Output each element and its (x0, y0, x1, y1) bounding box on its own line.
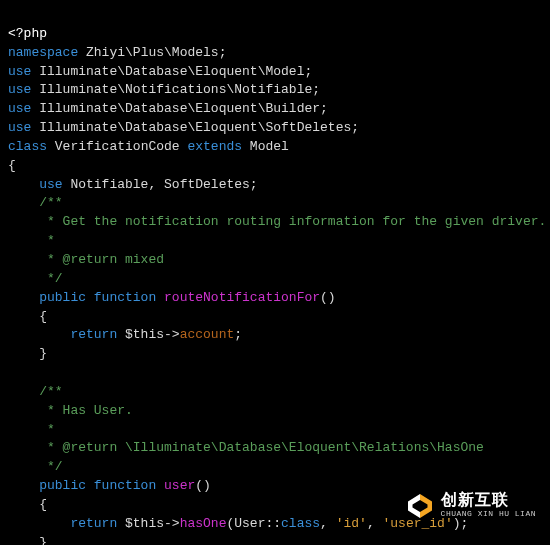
kw-use-trait: use (8, 177, 63, 192)
comma: , (367, 516, 383, 531)
this-arrow: $this-> (117, 516, 179, 531)
prop-account: account (180, 327, 235, 342)
brace-open: { (8, 497, 47, 512)
brace-open: { (8, 158, 16, 173)
semicolon: ; (234, 327, 242, 342)
kw-return: return (8, 516, 117, 531)
docblock-open: /** (8, 384, 63, 399)
use-model: Illuminate\Database\Eloquent\Model; (31, 64, 312, 79)
extends-name: Model (242, 139, 289, 154)
docblock-close: */ (8, 459, 63, 474)
parens: () (195, 478, 211, 493)
docblock-desc: * Has User. (8, 403, 133, 418)
docblock-close: */ (8, 271, 63, 286)
brace-close: } (8, 535, 47, 545)
kw-class-ref: class (281, 516, 320, 531)
use-builder: Illuminate\Database\Eloquent\Builder; (31, 101, 327, 116)
kw-namespace: namespace (8, 45, 78, 60)
paren-userclass: (User:: (226, 516, 281, 531)
watermark-logo: 创新互联 CHUANG XIN HU LIAN (405, 491, 536, 521)
kw-return: return (8, 327, 117, 342)
parens: () (320, 290, 336, 305)
kw-use: use (8, 101, 31, 116)
kw-use: use (8, 82, 31, 97)
docblock-star: * (8, 422, 55, 437)
comma: , (320, 516, 336, 531)
method-hasone: hasOne (180, 516, 227, 531)
kw-use: use (8, 64, 31, 79)
trait-names: Notifiable, SoftDeletes; (63, 177, 258, 192)
brace-open: { (8, 309, 47, 324)
kw-public: public (8, 478, 86, 493)
kw-function: function (86, 290, 156, 305)
php-open: <?php (8, 26, 47, 41)
kw-extends: extends (187, 139, 242, 154)
use-softdeletes: Illuminate\Database\Eloquent\SoftDeletes… (31, 120, 359, 135)
kw-class: class (8, 139, 47, 154)
brace-close: } (8, 346, 47, 361)
logo-text-en: CHUANG XIN HU LIAN (441, 510, 536, 519)
logo-icon (405, 491, 435, 521)
use-notifiable: Illuminate\Notifications\Notifiable; (31, 82, 320, 97)
code-block: <?php namespace Zhiyi\Plus\Models; use I… (0, 0, 550, 545)
method-routenotificationfor: routeNotificationFor (156, 290, 320, 305)
kw-public: public (8, 290, 86, 305)
docblock-open: /** (8, 195, 63, 210)
class-name: VerificationCode (47, 139, 187, 154)
ns-name: Zhiyi\Plus\Models; (78, 45, 226, 60)
docblock-return: * @return \Illuminate\Database\Eloquent\… (8, 440, 484, 455)
method-user: user (156, 478, 195, 493)
kw-use: use (8, 120, 31, 135)
docblock-star: * (8, 233, 55, 248)
this-arrow: $this-> (117, 327, 179, 342)
kw-function: function (86, 478, 156, 493)
str-id: 'id' (336, 516, 367, 531)
docblock-return: * @return mixed (8, 252, 164, 267)
docblock-desc: * Get the notification routing informati… (8, 214, 546, 229)
logo-text-cn: 创新互联 (441, 493, 536, 511)
